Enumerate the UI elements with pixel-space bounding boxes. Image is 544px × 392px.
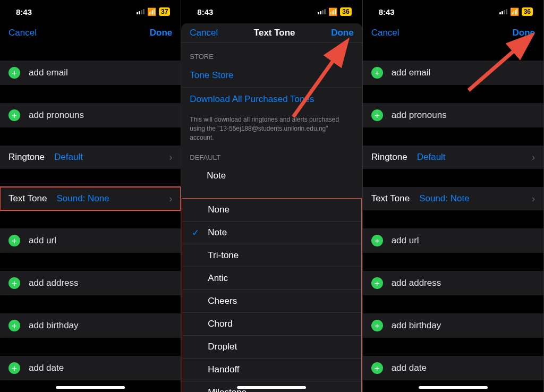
add-birthday-row[interactable]: add birthday <box>0 313 181 338</box>
ringtone-value: Default <box>54 152 83 163</box>
add-address-label: add address <box>29 278 79 288</box>
done-button[interactable]: Done <box>150 28 173 38</box>
tone-store-link[interactable]: Tone Store <box>181 64 362 88</box>
ringtone-key: Ringtone <box>371 152 407 163</box>
cellular-icon <box>499 9 507 14</box>
tone-option[interactable]: Handoff <box>182 359 361 381</box>
done-button[interactable]: Done <box>512 28 535 38</box>
ringtone-row[interactable]: Ringtone Default › <box>363 146 543 169</box>
add-address-row[interactable]: add address <box>0 271 181 295</box>
add-pronouns-label: add pronouns <box>392 110 447 121</box>
status-bar: 8:43 📶 37 <box>0 0 181 23</box>
wifi-icon: 📶 <box>147 7 156 16</box>
add-email-label: add email <box>392 67 431 78</box>
battery-badge: 36 <box>522 7 533 16</box>
battery-badge: 36 <box>340 7 351 16</box>
tone-option[interactable]: ✓Note <box>182 221 361 244</box>
text-tone-value: Sound: None <box>56 193 109 204</box>
tone-option[interactable]: Tri-tone <box>182 244 361 267</box>
chevron-right-icon: › <box>532 152 535 163</box>
nav-bar: Cancel Done <box>363 23 543 42</box>
add-email-row[interactable]: add email <box>0 61 181 85</box>
battery-badge: 37 <box>159 7 170 16</box>
home-indicator[interactable] <box>419 386 488 389</box>
download-note: This will download all ringtones and ale… <box>181 111 362 144</box>
tone-label: Chord <box>208 319 232 329</box>
plus-icon <box>371 235 383 246</box>
add-url-row[interactable]: add url <box>363 228 543 253</box>
cancel-button[interactable]: Cancel <box>8 28 37 38</box>
add-url-row[interactable]: add url <box>0 228 181 253</box>
add-date-label: add date <box>392 363 427 373</box>
plus-icon <box>8 235 20 246</box>
text-tone-key: Text Tone <box>8 193 47 204</box>
add-address-label: add address <box>392 278 441 288</box>
default-header: DEFAULT <box>181 144 362 165</box>
download-purchased-link[interactable]: Download All Purchased Tones <box>181 88 362 111</box>
status-bar: 8:43 📶 36 <box>363 0 543 23</box>
add-date-label: add date <box>29 363 64 373</box>
tone-option[interactable]: Chord <box>182 313 361 336</box>
chevron-right-icon: › <box>169 193 172 204</box>
store-header: STORE <box>181 43 362 64</box>
tone-label: Tri-tone <box>208 250 239 261</box>
cellular-icon <box>137 9 144 14</box>
tone-label: Handoff <box>208 364 239 375</box>
tone-option[interactable]: Antic <box>182 267 361 290</box>
add-email-row[interactable]: add email <box>363 61 543 85</box>
tone-label: None <box>208 204 230 215</box>
modal-nav-bar: Cancel Text Tone Done <box>181 23 362 43</box>
status-time: 8:43 <box>16 7 32 16</box>
plus-icon <box>371 320 383 331</box>
status-bar: 8:43 📶 36 <box>181 0 362 23</box>
tone-option[interactable]: Droplet <box>182 336 361 359</box>
tone-option[interactable]: None <box>182 199 361 221</box>
plus-icon <box>371 277 383 289</box>
text-tone-value: Sound: Note <box>419 193 470 204</box>
plus-icon <box>8 67 20 79</box>
add-address-row[interactable]: add address <box>363 271 543 295</box>
status-time: 8:43 <box>379 7 395 16</box>
status-right: 📶 37 <box>137 7 170 16</box>
cellular-icon <box>318 9 326 14</box>
done-button[interactable]: Done <box>331 28 354 38</box>
add-birthday-row[interactable]: add birthday <box>363 313 543 338</box>
screen-2-text-tone-picker: 8:43 📶 36 Cancel Text Tone Done STORE To… <box>181 0 362 392</box>
add-birthday-label: add birthday <box>29 320 79 331</box>
wifi-icon: 📶 <box>510 7 519 16</box>
add-birthday-label: add birthday <box>392 320 441 331</box>
nav-bar: Cancel Done <box>0 23 181 42</box>
screen-1-contact-edit: 8:43 📶 37 Cancel Done add email add pron… <box>0 0 181 392</box>
text-tone-key: Text Tone <box>371 193 410 204</box>
add-url-label: add url <box>29 235 56 246</box>
ringtone-key: Ringtone <box>8 152 45 163</box>
home-indicator[interactable] <box>237 386 306 389</box>
text-tone-row[interactable]: Text Tone Sound: None › <box>0 187 181 210</box>
plus-icon <box>371 67 383 79</box>
plus-icon <box>371 109 383 121</box>
tone-label: Antic <box>208 273 228 284</box>
tone-label: Droplet <box>208 342 237 352</box>
current-tone-top[interactable]: Note <box>181 165 362 187</box>
add-email-label: add email <box>29 67 68 78</box>
tone-label: Note <box>208 227 227 238</box>
cancel-button[interactable]: Cancel <box>371 28 400 38</box>
ringtone-row[interactable]: Ringtone Default › <box>0 146 181 169</box>
ringtone-value: Default <box>417 152 446 163</box>
tone-label: Cheers <box>208 296 237 306</box>
home-indicator[interactable] <box>56 386 125 389</box>
status-right: 📶 36 <box>499 7 533 16</box>
text-tone-row[interactable]: Text Tone Sound: Note › <box>363 187 543 210</box>
add-pronouns-row[interactable]: add pronouns <box>363 103 543 127</box>
cancel-button[interactable]: Cancel <box>190 28 218 38</box>
chevron-right-icon: › <box>532 193 535 204</box>
add-date-row[interactable]: add date <box>0 356 181 380</box>
add-date-row[interactable]: add date <box>363 356 543 380</box>
add-pronouns-row[interactable]: add pronouns <box>0 103 181 127</box>
modal-title: Text Tone <box>254 28 295 38</box>
wifi-icon: 📶 <box>328 7 337 16</box>
plus-icon <box>8 277 20 289</box>
tone-option[interactable]: Cheers <box>182 290 361 313</box>
plus-icon <box>8 109 20 121</box>
status-time: 8:43 <box>197 7 213 16</box>
